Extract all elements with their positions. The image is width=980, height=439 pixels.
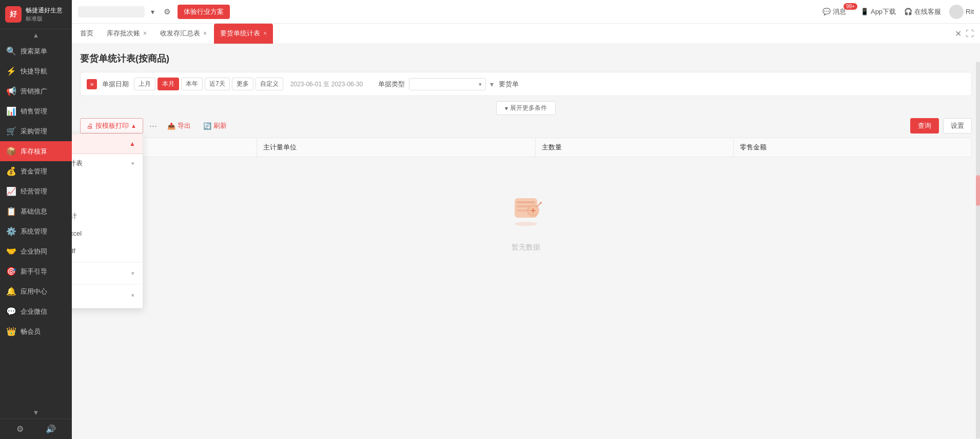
print-panel-item-template-print[interactable]: 🖨 模板打印 [72,173,143,190]
filter-type-select-wrapper [409,78,486,90]
print-panel-current[interactable]: 🖨 当前：要货单统计表 ▾ [72,154,143,173]
filter-type-select[interactable] [409,78,486,90]
filter-yaohuo-label: 要货单 [499,80,519,89]
expand-more-button[interactable]: ▾ 展开更多条件 [496,101,556,115]
filter-custom-date[interactable]: 自定义 [256,78,283,90]
sidebar-bottom: ⚙ 🔊 [0,418,72,439]
user-avatar[interactable]: Rit [949,5,974,19]
print-panel-section-default[interactable]: ⚙ 设置默认功能 ▾ [72,287,143,304]
online-service-btn[interactable]: 🎧 在线客服 [904,7,941,16]
tab-home[interactable]: 首页 [74,24,100,44]
sidebar-scroll-down[interactable]: ▼ [0,407,72,418]
template-design-label: 模板自定义设计 [72,212,77,221]
app-download-btn[interactable]: 📱 App下载 [860,7,896,16]
page-title: 要货单统计表(按商品) [80,52,972,65]
sidebar-item-inventory[interactable]: 📦 库存核算 [0,141,72,161]
tab-receipt-summary-close[interactable]: × [203,30,207,37]
sidebar-scroll-up[interactable]: ▲ [0,29,72,41]
print-panel-collapse-btn[interactable]: ▲ [129,140,135,147]
message-icon: 💬 [822,8,831,15]
query-button[interactable]: 查询 [910,118,939,133]
sidebar-item-quick-nav[interactable]: ⚡ 快捷导航 [0,61,72,81]
tab-order-stats-close[interactable]: × [263,30,267,37]
sidebar-item-purchase[interactable]: 🛒 采购管理 [0,121,72,141]
sidebar-item-newbie[interactable]: 🎯 新手引导 [0,261,72,281]
empty-illustration [505,188,546,229]
filter-type-section: 单据类型 ▾ [378,78,494,90]
sidebar-volume-icon[interactable]: 🔊 [46,424,56,434]
messages-btn[interactable]: 💬 消息 99+ [822,7,852,16]
print-dropdown-wrapper: 🖨 按模板打印 ▲ 🖨 按模板打印 ▲ 🖨 [80,118,143,133]
filter-this-year[interactable]: 本年 [181,78,203,90]
empty-text: 暂无数据 [512,243,540,252]
topbar-gear-icon[interactable]: ⚙ [161,6,173,17]
print-panel-sub-items: 🖨 模板打印 👁 模板预览 ✏ 模板自定义设计 📄 [72,173,143,260]
sidebar-item-enterprise[interactable]: 🤝 企业协同 [0,241,72,261]
appstore-icon: 🔔 [6,287,16,296]
sidebar-item-basic[interactable]: 📋 基础信息 [0,201,72,221]
filter-bar: » 单据日期 上月 本月 本年 近7天 更多 自定义 2023-06-01 至 … [80,72,972,96]
tab-close-all-icon[interactable]: ✕ [955,29,962,39]
print-panel-section-display[interactable]: 🖨 按显示打印 ▾ [72,264,143,282]
sidebar-item-search[interactable]: 🔍 搜索菜单 [0,41,72,61]
filter-this-month[interactable]: 本月 [158,78,179,90]
tab-maximize-icon[interactable]: ⛶ [966,29,974,39]
filter-last-7-days[interactable]: 近7天 [205,78,230,90]
print-panel-item-template-design[interactable]: ✏ 模板自定义设计 [72,207,143,225]
data-table: ⚙ 商品 主计量单位 主数量 零售金额 [80,138,972,157]
filter-expand-icon[interactable]: » [87,79,97,89]
print-panel-current-chevron: ▾ [131,160,134,167]
member-icon: 👑 [6,327,16,336]
print-panel-current-label: 当前：要货单统计表 [72,159,83,168]
experience-button[interactable]: 体验行业方案 [178,5,230,19]
topbar: ▾ ⚙ 体验行业方案 💬 消息 99+ 📱 App下载 🎧 在线客服 Rit [72,0,980,24]
set-default-chevron: ▾ [131,292,134,299]
sidebar-settings-icon[interactable]: ⚙ [16,424,24,434]
tab-batch-account-close[interactable]: × [143,30,147,37]
tab-batch-account[interactable]: 库存批次账 × [101,24,153,44]
sidebar-item-wecom[interactable]: 💬 企业微信 [0,301,72,321]
topbar-search-dropdown[interactable]: ▾ [149,7,156,17]
filter-date-label: 单据日期 [102,80,129,89]
filter-more-dates[interactable]: 更多 [232,78,253,90]
refresh-btn[interactable]: 🔄 刷新 [199,119,231,133]
quick-nav-icon: ⚡ [6,66,16,76]
app-logo-icon: 好 [5,6,22,23]
sidebar-item-sales[interactable]: 📊 销售管理 [0,101,72,121]
right-scrollbar[interactable] [976,62,980,439]
right-scrollbar-thumb[interactable] [976,175,980,206]
export-pdf-label: 按模板导出pdf [72,246,75,256]
tab-order-stats[interactable]: 要货单统计表 × [214,24,273,44]
tab-receipt-summary-label: 收发存汇总表 [160,29,200,38]
sidebar-item-finance[interactable]: 💰 资金管理 [0,161,72,181]
settings-button[interactable]: 设置 [943,118,972,133]
sidebar-item-appstore[interactable]: 🔔 应用中心 [0,281,72,301]
svg-point-0 [515,222,537,226]
newbie-icon: 🎯 [6,266,16,276]
filter-yaohuo-section: 要货单 [499,80,519,89]
sidebar-item-system[interactable]: ⚙️ 系统管理 [0,221,72,241]
wecom-icon: 💬 [6,307,16,316]
empty-icon [505,188,546,237]
sidebar: 好 畅捷通好生意 标准版 ▲ 🔍 搜索菜单 ⚡ 快捷导航 📢 营销推广 📊 销售… [0,0,72,439]
sidebar-item-member[interactable]: 👑 畅会员 [0,321,72,341]
print-dropdown-btn[interactable]: 🖨 按模板打印 ▲ [80,118,143,133]
col-unit: 主计量单位 [257,138,536,157]
print-btn-chevron: ▲ [131,123,136,129]
toolbar-more-icon[interactable]: ··· [147,121,159,131]
printer-icon: 🖨 [87,122,93,130]
print-panel-item-export-excel[interactable]: 📄 按模板导出excel [72,225,143,242]
sidebar-item-operations[interactable]: 📈 经营管理 [0,181,72,201]
print-panel-item-template-preview[interactable]: 👁 模板预览 [72,190,143,207]
tab-receipt-summary[interactable]: 收发存汇总表 × [154,24,213,44]
svg-rect-2 [517,201,535,203]
sidebar-item-marketing[interactable]: 📢 营销推广 [0,81,72,101]
export-btn-label: 导出 [178,121,191,130]
print-panel-item-export-pdf[interactable]: 📄 按模板导出pdf [72,242,143,260]
print-panel-divider-2 [72,284,143,284]
print-btn-label: 按模板打印 [95,121,129,130]
topbar-search-input[interactable] [78,6,145,17]
export-btn[interactable]: 📤 导出 [163,119,195,133]
expand-more-chevron: ▾ [505,105,508,112]
filter-last-month[interactable]: 上月 [134,78,155,90]
